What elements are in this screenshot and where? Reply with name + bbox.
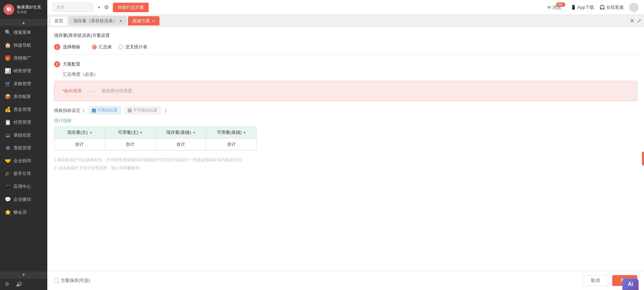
stats-col-available-main[interactable]: 可用量(主) ▾ [105,127,156,138]
sidebar-item-membership[interactable]: ⭐ 畅会员 [0,206,47,219]
sidebar-item-sales[interactable]: 📊 销售管理 [0,65,47,77]
stats-col-2-chevron[interactable]: ▾ [193,130,195,135]
stats-col-current-main[interactable]: 现存量(主) ▾ [54,127,105,138]
stats-data-3-label: 合计 [227,141,236,147]
stats-col-current-aux-label: 现存量(基辅) [166,129,191,136]
step2-title: 方案配置 [63,61,80,67]
tip-1: 1.拖动标题栏可以调整布局，不可跨维度或指标区域拖动栏目字段(只能在同一维度或指… [54,156,637,164]
stats-col-current-aux[interactable]: 现存量(基辅) ▾ [156,127,206,138]
step1-header: 1 选择模板 汇总表 交叉统计表 [54,44,637,50]
sidebar-label: 基础信息 [14,132,31,138]
sidebar-scroll-down[interactable]: ▼ [0,271,47,278]
tab-new-scheme-label: 新建方案 [132,18,150,24]
sidebar-label: 采购管理 [14,81,31,87]
chat-icon: 💬 [5,196,11,202]
topbar-gear-icon[interactable]: ⚙ [104,4,109,10]
indicator-suffix: ） [165,107,169,114]
stats-col-0-chevron[interactable]: ▾ [90,130,92,135]
service-icon: 🎧 [599,5,605,10]
bottom-settings-icon[interactable]: ⚙ [5,281,9,287]
sidebar-label: 新手引导 [14,171,31,177]
stats-title: 统计指标 [54,118,637,124]
sidebar-item-new-guide[interactable]: 🎓 新手引导 [0,167,47,180]
clipboard-icon: 📋 [5,119,11,125]
sidebar-item-operations[interactable]: 📋 经营管理 [0,116,47,129]
ai-badge[interactable]: Ai [622,279,639,290]
topbar: 搜索 ▾ ⚙ 体验行业方案 ✉ 消息 99+ 📱 App下载 🎧 在线客服 [47,0,644,15]
tab-new-scheme[interactable]: 新建方案 ✕ [128,16,159,25]
draggable-badge: 可拖动位置 [89,106,121,114]
tip-2: 2. 点击标题栏下拉可设置排序、插入列和删除列 [54,164,637,172]
sidebar-item-finance[interactable]: 💰 资金管理 [0,103,47,116]
step1-title: 选择模板 [63,44,80,50]
stats-data-2-label: 合计 [176,141,185,147]
sidebar-item-inventory[interactable]: 📦 库存核算 [0,90,47,103]
handshake-icon: 🤝 [5,158,11,164]
bottom-bar: 方案保存(可选) 取消 查询 [47,271,644,290]
online-service-btn[interactable]: 🎧 在线客服 [599,4,624,10]
search-placeholder-text: 搜索 [56,4,65,10]
sidebar-item-search-menu[interactable]: 🔍 搜索菜单 [0,26,47,39]
sidebar-scroll-up[interactable]: ▲ [0,19,47,26]
sidebar-item-purchase[interactable]: 🛒 采购管理 [0,77,47,90]
sidebar-item-basic-info[interactable]: 🗂 基础信息 [0,129,47,142]
cancel-button[interactable]: 取消 [583,275,608,286]
sidebar-logo: 畅 畅康通好生意 标准版 [0,0,47,19]
radio-cross-circle[interactable] [119,45,123,49]
indicator-settings-label: 模板指标设定（ 可拖动位置 不可拖动位置 ） [54,106,637,114]
non-draggable-badge: 不可拖动位置 [125,106,160,114]
radio-summary[interactable]: 汇总表 [92,44,112,50]
sidebar-item-app-center[interactable]: 📱 应用中心 [0,180,47,193]
search-dropdown-icon[interactable]: ▾ [98,5,100,10]
step1-num: 1 [54,44,60,50]
step1-divider [54,54,637,54]
stats-col-available-aux[interactable]: 可用量(基辅) ▾ [206,127,256,138]
save-option[interactable]: 方案保存(可选) [54,277,90,284]
sidebar-item-wechat[interactable]: 💬 企业微信 [0,193,47,206]
tab-home[interactable]: 首页 [50,16,68,25]
stats-header-row: 现存量(主) ▾ 可用量(主) ▾ 现存量(基辅) ▾ [54,127,256,138]
page-title: 现存量(库存状况表)方案设置 [54,32,637,39]
tab-inventory-close[interactable]: ✕ [119,19,122,23]
tab-inventory-label: 现存量（库存状况表） [73,18,117,24]
tabs-bar: 首页 现存量（库存状况表） ✕ 新建方案 ✕ ✕ ⤢ [47,15,644,27]
radio-summary-circle[interactable] [92,45,97,49]
resize-handle[interactable] [642,152,644,165]
step2-header: 2 方案配置 [54,61,637,67]
app-download-label: App下载 [577,4,594,10]
messages-btn[interactable]: ✉ 消息 99+ [547,4,561,10]
tab-new-scheme-close[interactable]: ✕ [152,19,155,23]
stats-data-3: 合计 [206,139,256,150]
trial-btn[interactable]: 体验行业方案 [113,3,149,12]
topbar-right: ✉ 消息 99+ 📱 App下载 🎧 在线客服 [547,3,639,12]
step2-num: 2 [54,61,60,67]
stats-col-available-aux-label: 可用量(基辅) [217,129,242,136]
folder-icon: 🗂 [5,132,11,138]
sidebar-label: 库存核算 [14,94,31,100]
radio-cross-label: 交叉统计表 [125,44,147,50]
stats-col-1-chevron[interactable]: ▾ [140,130,142,135]
service-label: 在线客服 [606,4,624,10]
tab-inventory-status[interactable]: 现存量（库存状况表） ✕ [69,16,127,25]
stats-data-1: 合计 [105,139,156,150]
sidebar-item-enterprise[interactable]: 🤝 企业协同 [0,154,47,167]
dimension-row[interactable]: *纵向维度 —— 请选择分组维度 [54,81,637,101]
stats-data-2: 合计 [156,139,206,150]
save-checkbox[interactable] [54,278,59,283]
sidebar-item-marketing[interactable]: 🎁 营销推广 [0,52,47,65]
content-area: 现存量(库存状况表)方案设置 1 选择模板 汇总表 交叉统计表 [47,27,644,271]
window-controls: ✕ ⤢ [630,18,641,24]
user-avatar[interactable] [629,3,639,12]
expand-window-btn[interactable]: ⤢ [637,18,641,24]
sidebar-label: 搜索菜单 [14,29,31,35]
close-window-btn[interactable]: ✕ [630,18,634,24]
bottom-speaker-icon[interactable]: 🔊 [16,281,22,287]
sidebar-item-system[interactable]: ⚙ 系统管理 [0,142,47,154]
stats-section: 统计指标 现存量(主) ▾ 可用量(主) ▾ [54,118,637,150]
logo-text: 畅康通好生意 标准版 [17,4,41,15]
app-download-btn[interactable]: 📱 App下载 [571,4,594,10]
dimension-placeholder: 请选择分组维度 [101,88,132,94]
radio-cross[interactable]: 交叉统计表 [119,44,147,50]
sidebar-item-quick-nav[interactable]: 🏠 快捷导航 [0,39,47,52]
stats-col-3-chevron[interactable]: ▾ [244,130,246,135]
